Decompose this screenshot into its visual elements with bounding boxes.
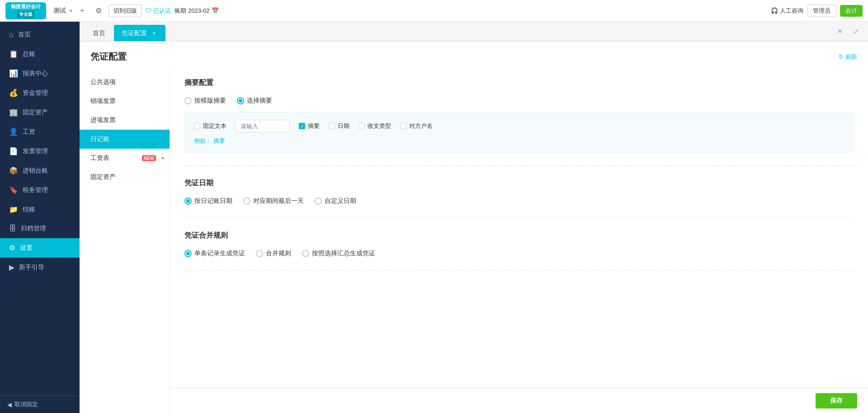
period-value: 2023-02 — [188, 7, 210, 14]
sidebar-label-asset: 固定资产 — [23, 108, 48, 117]
radio-diary-date-text: 按日记账日期 — [194, 197, 232, 205]
tax-icon: 🔖 — [9, 186, 18, 194]
left-nav-fixed-asset[interactable]: 固定资产 — [80, 168, 170, 187]
tab-home[interactable]: 首页 — [85, 25, 113, 41]
sidebar-item-checkout[interactable]: 📁 结账 — [0, 200, 80, 219]
radio-single-label[interactable]: 单条记录生成凭证 — [184, 249, 245, 258]
sidebar-item-tax[interactable]: 🔖 税务管理 — [0, 180, 80, 200]
radio-select-label[interactable]: 选择摘要 — [237, 97, 272, 105]
add-icon[interactable]: ＋ — [76, 5, 89, 17]
sidebar-item-purchase[interactable]: 📦 进销台账 — [0, 161, 80, 180]
tab-close-btn[interactable]: ✕ — [834, 25, 846, 38]
radio-select-btn[interactable] — [237, 97, 244, 104]
checkbox-payment-type-label[interactable]: 收支类型 — [359, 122, 391, 130]
cancel-fixed-button[interactable]: ◀ 取消固定 — [0, 395, 80, 413]
example-value: 摘要 — [213, 137, 225, 144]
radio-merge-label[interactable]: 合并规则 — [256, 249, 291, 258]
left-nav-diary[interactable]: 日记账 — [80, 130, 170, 149]
checkbox-date-label[interactable]: 日期 — [329, 122, 349, 130]
radio-diary-date-btn[interactable] — [184, 197, 192, 205]
checkbox-fixed-text-label[interactable]: 固定文本 — [194, 122, 226, 130]
sidebar-item-asset[interactable]: 🏢 固定资产 — [0, 103, 80, 122]
checkbox-payment-type-text: 收支类型 — [368, 122, 391, 130]
radio-summary-gen-btn[interactable] — [302, 250, 309, 257]
tab-bar: 首页 凭证配置 × ✕ ⤢ — [80, 22, 868, 42]
shield-icon: 🛡 — [146, 7, 151, 14]
service-label: 人工咨询 — [780, 7, 803, 15]
left-nav-public[interactable]: 公共选项 — [80, 73, 170, 92]
checkbox-counterpart-label[interactable]: 对方户名 — [400, 122, 433, 130]
main-layout: ⌂ 首页 📋 总账 📊 报表中心 💰 资金管理 🏢 固定资产 👤 工资 — [0, 22, 868, 413]
sidebar-item-report[interactable]: 📊 报表中心 — [0, 64, 80, 83]
radio-diary-date-label[interactable]: 按日记账日期 — [184, 197, 232, 205]
summary-radio-group: 按模版摘要 选择摘要 — [184, 97, 854, 105]
service-button[interactable]: 🎧 人工咨询 — [771, 7, 803, 15]
radio-summary-gen-text: 按照选择汇总生成凭证 — [312, 249, 375, 258]
date-section-title: 凭证日期 — [184, 178, 854, 188]
merge-radio-group: 单条记录生成凭证 合并规则 按照选择汇总生成凭证 — [184, 249, 854, 258]
calendar-icon[interactable]: 📅 — [212, 7, 219, 14]
sidebar-label-guide: 新手引导 — [19, 263, 44, 272]
left-nav-payroll[interactable]: 工资表 NEW ▾ — [80, 149, 170, 168]
radio-single-btn[interactable] — [184, 250, 192, 257]
sidebar-item-salary[interactable]: 👤 工资 — [0, 122, 80, 141]
asset-icon: 🏢 — [9, 108, 18, 117]
settings-icon[interactable]: ⚙ — [92, 5, 105, 17]
certified-status: 🛡 已认证 — [146, 7, 171, 15]
sidebar-item-ledger[interactable]: 📋 总账 — [0, 44, 80, 64]
play-icon: ▶ — [9, 263, 14, 272]
save-button[interactable]: 保存 — [816, 393, 857, 408]
radio-custom-date-text: 自定义日期 — [325, 197, 356, 205]
page-title: 凭证配置 — [90, 51, 127, 63]
tab-right-actions: ✕ ⤢ — [834, 25, 863, 38]
radio-period-last-label[interactable]: 对应期间最后一天 — [243, 197, 304, 205]
left-nav-purchase[interactable]: 进项发票 — [80, 111, 170, 130]
radio-template-label[interactable]: 按模版摘要 — [184, 97, 226, 105]
radio-custom-date-label[interactable]: 自定义日期 — [315, 197, 356, 205]
sidebar-item-invoice[interactable]: 📄 发票管理 — [0, 141, 80, 161]
logo-edition: 专业版 — [17, 11, 34, 18]
left-nav: 公共选项 销项发票 进项发票 日记账 工资表 NEW ▾ — [80, 67, 170, 413]
sidebar-label-invoice: 发票管理 — [23, 147, 48, 155]
date-radio-group: 按日记账日期 对应期间最后一天 自定义日期 — [184, 197, 854, 205]
refresh-button[interactable]: ↻ 刷新 — [839, 53, 857, 61]
sidebar-item-settings[interactable]: ⚙ 设置 — [0, 238, 80, 258]
role-button[interactable]: 会计 — [840, 5, 863, 17]
user-button[interactable]: 管理员 — [807, 5, 836, 17]
tab-close-icon[interactable]: × — [151, 30, 158, 37]
sidebar-item-guide[interactable]: ▶ 新手引导 — [0, 258, 80, 277]
sidebar-item-archive[interactable]: 🗄 归档管理 — [0, 219, 80, 238]
checkbox-fixed-text-box[interactable] — [194, 123, 200, 129]
sidebar-label-home: 首页 — [18, 31, 31, 39]
left-nav-fixed-asset-label: 固定资产 — [90, 173, 116, 180]
radio-summary-gen-label[interactable]: 按照选择汇总生成凭证 — [302, 249, 375, 258]
summary-config-box: 固定文本 ✓ 摘要 日期 — [184, 112, 854, 153]
checkbox-counterpart-box[interactable] — [400, 123, 406, 129]
topbar: 畅捷通好会计 专业版 测试 ▾ ＋ ⚙ 切到旧版 🛡 已认证 账期 2023-0… — [0, 0, 868, 22]
content-area: 首页 凭证配置 × ✕ ⤢ 凭证配置 ↻ 刷新 — [80, 22, 868, 413]
tab-expand-btn[interactable]: ⤢ — [850, 25, 863, 38]
app-logo: 畅捷通好会计 专业版 — [5, 2, 46, 19]
checkbox-summary-box[interactable]: ✓ — [299, 123, 305, 129]
left-nav-purchase-label: 进项发票 — [90, 116, 116, 123]
page-header: 凭证配置 ↻ 刷新 — [80, 42, 868, 67]
checkbox-payment-type-box[interactable] — [359, 123, 365, 129]
checkbox-counterpart-text: 对方户名 — [409, 122, 433, 130]
switch-version-button[interactable]: 切到旧版 — [108, 5, 142, 17]
radio-template-text: 按模版摘要 — [194, 97, 226, 105]
right-scroll: 摘要配置 按模版摘要 选择摘要 — [170, 67, 868, 413]
sidebar-item-fund[interactable]: 💰 资金管理 — [0, 83, 80, 103]
fixed-text-input[interactable] — [236, 120, 290, 132]
checkbox-date-box[interactable] — [329, 123, 335, 129]
radio-period-last-btn[interactable] — [243, 197, 250, 205]
left-nav-sales[interactable]: 销项发票 — [80, 92, 170, 111]
radio-merge-btn[interactable] — [256, 250, 263, 257]
radio-custom-date-btn[interactable] — [315, 197, 322, 205]
radio-template-btn[interactable] — [184, 97, 192, 104]
company-dropdown-icon[interactable]: ▾ — [70, 8, 72, 14]
tab-voucher-config[interactable]: 凭证配置 × — [114, 25, 165, 41]
sidebar-label-archive: 归档管理 — [21, 225, 46, 233]
checkbox-summary-label[interactable]: ✓ 摘要 — [299, 122, 320, 130]
sidebar-label-purchase: 进销台账 — [23, 167, 48, 175]
sidebar-item-home[interactable]: ⌂ 首页 — [0, 25, 80, 44]
